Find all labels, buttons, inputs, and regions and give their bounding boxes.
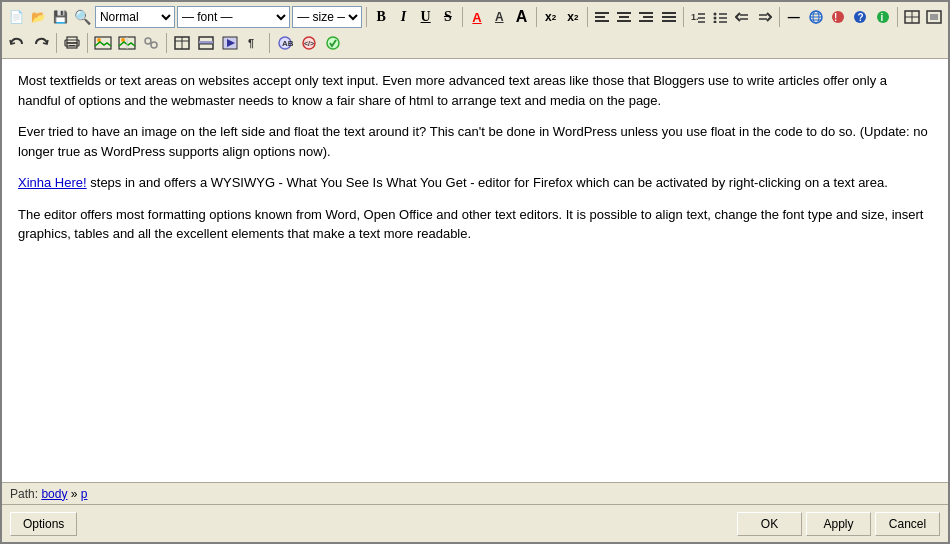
separator-4 [587, 7, 588, 27]
indent-decrease-button[interactable] [732, 6, 752, 28]
spell-check-button[interactable]: ABC [274, 32, 296, 54]
strikethrough-button[interactable]: S [438, 6, 458, 28]
indent-increase-button[interactable] [754, 6, 774, 28]
svg-text:!: ! [834, 12, 837, 23]
toolbar: 📄 📂 💾 🔍 Normal Heading 1 Heading 2 Headi… [2, 2, 948, 59]
separator-6 [779, 7, 780, 27]
print-button[interactable] [61, 32, 83, 54]
separator-8 [56, 33, 57, 53]
circle-green-button[interactable]: i [873, 6, 893, 28]
svg-text:ABC: ABC [282, 39, 293, 48]
separator-5 [683, 7, 684, 27]
toolbar-row-2: ¶ ABC </> [6, 30, 944, 56]
font-size-a-button[interactable]: A [511, 6, 531, 28]
svg-text:1.: 1. [691, 12, 699, 22]
paragraph-3-text: steps in and offers a WYSIWYG - What You… [90, 175, 887, 190]
paragraph-3: Xinha Here! steps in and offers a WYSIWY… [18, 173, 932, 193]
separator-11 [269, 33, 270, 53]
svg-text:?: ? [858, 12, 864, 23]
cancel-button[interactable]: Cancel [875, 512, 940, 536]
bottom-bar: Options OK Apply Cancel [2, 504, 948, 542]
separator-1 [366, 7, 367, 27]
size-select[interactable]: — size — 8 10 12 14 16 [292, 6, 362, 28]
svg-point-17 [714, 17, 717, 20]
align-center-button[interactable] [614, 6, 634, 28]
svg-point-16 [714, 13, 717, 16]
separator-9 [87, 33, 88, 53]
circle-blue-button[interactable]: ? [850, 6, 870, 28]
xinha-link[interactable]: Xinha Here! [18, 175, 87, 190]
separator-10 [166, 33, 167, 53]
svg-text:¶: ¶ [248, 37, 254, 49]
separator-2 [462, 7, 463, 27]
align-right-button[interactable] [636, 6, 656, 28]
subscript-button[interactable]: x2 [563, 6, 583, 28]
path-label: Path: [10, 487, 38, 501]
save-button[interactable]: 💾 [50, 6, 70, 28]
text-format-button[interactable]: ¶ [243, 32, 265, 54]
svg-point-18 [714, 21, 717, 24]
table-ops-button[interactable] [171, 32, 193, 54]
svg-text:</>: </> [304, 40, 314, 47]
separator-3 [536, 7, 537, 27]
toolbar-row-1: 📄 📂 💾 🔍 Normal Heading 1 Heading 2 Headi… [6, 4, 944, 30]
highlight-color-button[interactable]: A [489, 6, 509, 28]
redo-button[interactable] [30, 32, 52, 54]
open-button[interactable]: 📂 [28, 6, 48, 28]
ok-button[interactable]: OK [737, 512, 802, 536]
superscript-button[interactable]: x2 [541, 6, 561, 28]
path-separator-1: » [67, 487, 80, 501]
font-select[interactable]: — font — Arial Times New Roman Courier N… [177, 6, 290, 28]
align-justify-button[interactable] [659, 6, 679, 28]
separator-7 [897, 7, 898, 27]
link-button-2[interactable] [116, 32, 138, 54]
font-color-button[interactable]: A [467, 6, 487, 28]
ordered-list-button[interactable]: 1. [688, 6, 708, 28]
paragraph-1: Most textfields or text areas on website… [18, 71, 932, 110]
bold-button[interactable]: B [371, 6, 391, 28]
paragraph-4: The editor offers most formatting option… [18, 205, 932, 244]
paragraph-2: Ever tried to have an image on the left … [18, 122, 932, 161]
unordered-list-button[interactable] [710, 6, 730, 28]
editor-area[interactable]: Most textfields or text areas on website… [2, 59, 948, 482]
insert-image-button[interactable] [92, 32, 114, 54]
new-button[interactable]: 📄 [6, 6, 26, 28]
status-bar: Path: body » p [2, 482, 948, 504]
underline-button[interactable]: U [416, 6, 436, 28]
toggle-editor-button[interactable] [322, 32, 344, 54]
bottom-left-buttons: Options [10, 512, 77, 536]
source-button[interactable]: </> [298, 32, 320, 54]
hr-button[interactable]: — [784, 6, 804, 28]
edit-link-button[interactable] [140, 32, 162, 54]
bottom-right-buttons: OK Apply Cancel [737, 512, 940, 536]
frame-button[interactable] [924, 6, 944, 28]
path-body-link[interactable]: body [41, 487, 67, 501]
italic-button[interactable]: I [393, 6, 413, 28]
undo-button[interactable] [6, 32, 28, 54]
style-select[interactable]: Normal Heading 1 Heading 2 Heading 3 [95, 6, 175, 28]
table-row-button[interactable] [195, 32, 217, 54]
apply-button[interactable]: Apply [806, 512, 871, 536]
media-button[interactable] [219, 32, 241, 54]
image-button[interactable]: ! [828, 6, 848, 28]
options-button[interactable]: Options [10, 512, 77, 536]
align-left-button[interactable] [592, 6, 612, 28]
svg-text:i: i [880, 12, 883, 23]
svg-rect-45 [69, 45, 75, 46]
zoom-button[interactable]: 🔍 [73, 6, 93, 28]
path-p-link[interactable]: p [81, 487, 88, 501]
svg-rect-41 [930, 14, 938, 20]
link-button[interactable] [806, 6, 826, 28]
table-button[interactable] [902, 6, 922, 28]
